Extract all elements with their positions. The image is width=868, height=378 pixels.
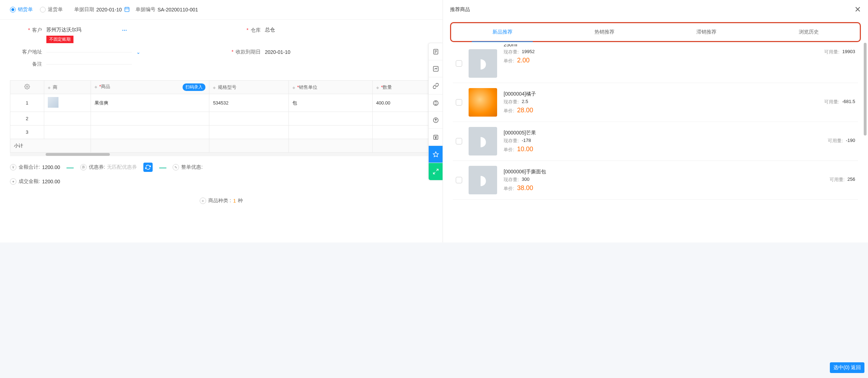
stock-value: 2.5 [522,99,528,105]
tool-doc-icon[interactable] [429,43,443,60]
radio-circle-icon [40,7,46,12]
tab-new[interactable]: 新品推荐 [451,23,553,41]
cell-spec[interactable] [209,112,289,126]
stock-label: 现存量: [504,49,519,55]
table-row[interactable]: 2 [10,112,433,126]
scan-button[interactable]: 扫码录入 [183,83,205,91]
coupon-input[interactable]: 无匹配优惠券 [107,164,137,170]
refresh-icon[interactable] [143,163,153,172]
tool-link-icon[interactable] [429,77,443,94]
date-value[interactable]: 2020-01-10 [96,7,122,12]
col-product[interactable]: ◆ *商品 扫码录入 [91,81,209,94]
remark-field[interactable]: 备注 [10,61,433,67]
price-label: 单价: [504,58,514,64]
paydate-value: 2020-01-10 [265,49,336,55]
avail-value: 256 [847,177,855,183]
cell-product[interactable] [91,126,209,139]
product-list[interactable]: ◗ 250ml 现存量:19952 可用量:19903 单价:2.00 [000… [443,44,868,242]
coupon-field[interactable]: 券 优惠券: 无匹配优惠券 [80,164,137,170]
total-value: 1200.00 [42,164,60,170]
docno-label: 单据编号 [136,6,155,13]
radio-return-label: 退货单 [48,6,63,13]
cell-qty[interactable]: 400.00 [372,94,433,112]
avail-label: 可用量: [824,99,839,105]
close-icon[interactable]: ✕ [854,5,861,14]
cell-qty[interactable] [372,112,433,126]
cell-spec[interactable]: 534532 [209,94,289,112]
col-qty[interactable]: ◆ *数量 [372,81,433,94]
calendar-icon[interactable] [124,6,130,13]
subtotal-label: 小计 [10,139,91,153]
chevron-down-icon[interactable]: ⌄ [136,49,141,55]
more-icon[interactable]: ⋯ [122,27,127,33]
deal-value: 1200.00 [42,179,60,184]
product-checkbox[interactable] [456,177,462,183]
warehouse-value: 总仓 [265,27,336,34]
col-merchant[interactable]: ◆ 商 [44,81,91,94]
product-card[interactable]: ◗ 250ml 现存量:19952 可用量:19903 单价:2.00 [453,44,858,83]
price-label: 单价: [504,147,514,153]
address-field[interactable]: 客户地址 ⌄ [10,49,214,55]
tool-yen-icon[interactable] [429,129,443,146]
gear-icon[interactable] [10,81,44,94]
product-name: 250ml [504,44,855,47]
cell-product[interactable]: 果倍爽 [91,94,209,112]
minus-icon: — [159,163,166,172]
radio-return[interactable]: 退货单 [40,6,63,13]
order-items-table: ◆ 商 ◆ *商品 扫码录入 ◆ 规格型号 ◆ *销售单位 ◆ *数量 1 果倍… [0,80,443,156]
summary-section: ¥ 金额合计: 1200.00 — 券 优惠券: 无匹配优惠券 — ✎ 整单优惠… [0,156,443,178]
product-card[interactable]: ◗ [0000006]手撕面包 现存量:300 可用量:256 单价:38.00 [453,161,858,200]
address-value[interactable] [46,52,132,52]
avail-label: 可用量: [829,177,845,183]
paydate-field[interactable]: * 收款到期日 2020-01-10 [229,49,433,55]
product-checkbox[interactable] [456,99,462,106]
tool-swap-icon[interactable] [429,94,443,112]
cell-unit[interactable] [289,126,372,139]
remark-label: 备注 [10,61,42,67]
price-value: 28.00 [517,107,533,114]
customer-field[interactable]: * 客户 苏州万达沃尔玛 ⋯ [10,27,214,34]
cell-unit[interactable] [289,112,372,126]
stock-value: 300 [522,177,530,183]
form-section: * 客户 苏州万达沃尔玛 ⋯ 不固定账期 * 仓库 总仓 客户地址 ⌄ [0,20,443,77]
product-checkbox[interactable] [456,60,462,67]
tab-hot[interactable]: 热销推荐 [553,23,655,41]
discount-field[interactable]: ✎ 整单优惠: [173,164,203,170]
cell-unit[interactable]: 包 [289,94,372,112]
list-icon: ≡ [200,198,206,204]
total-amount: ¥ 金额合计: 1200.00 [10,164,60,170]
tab-slow[interactable]: 滞销推荐 [655,23,757,41]
table-row[interactable]: 1 果倍爽 534532 包 400.00 [10,94,433,112]
col-spec[interactable]: ◆ 规格型号 [209,81,289,94]
col-unit[interactable]: ◆ *销售单位 [289,81,372,94]
docno-value: SA-20200110-001 [158,7,198,12]
stock-label: 现存量: [504,138,519,144]
radio-sales[interactable]: 销货单 [10,6,33,13]
svg-line-15 [434,172,435,174]
table-row[interactable]: 3 [10,126,433,139]
customer-value: 苏州万达沃尔玛 [46,27,118,34]
product-card[interactable]: [0000004]橘子 现存量:2.5 可用量:-681.5 单价:28.00 [453,83,858,122]
tool-chart-icon[interactable] [429,60,443,77]
price-value: 2.00 [517,57,530,64]
price-value: 38.00 [517,184,533,192]
warehouse-field[interactable]: * 仓库 总仓 [229,27,433,34]
recommend-title: 推荐商品 [450,6,470,13]
yen-icon: ¥ [10,164,16,170]
tab-history[interactable]: 浏览历史 [758,23,860,41]
remark-value[interactable] [46,64,132,65]
tool-star-icon[interactable] [429,146,443,163]
stock-value: -178 [522,138,531,144]
cell-product[interactable] [91,112,209,126]
product-checkbox[interactable] [456,138,462,144]
cell-qty[interactable] [372,126,433,139]
product-card[interactable]: ◗ [0000005]芒果 现存量:-178 可用量:-190 单价:10.00 [453,122,858,161]
product-image [469,88,497,117]
stock-label: 现存量: [504,177,519,183]
tool-receive-icon[interactable] [429,112,443,129]
vertical-scrollbar[interactable] [864,43,867,136]
price-label: 单价: [504,108,514,114]
horizontal-scrollbar[interactable] [10,153,433,156]
cell-spec[interactable] [209,126,289,139]
tool-expand-icon[interactable] [429,163,443,180]
